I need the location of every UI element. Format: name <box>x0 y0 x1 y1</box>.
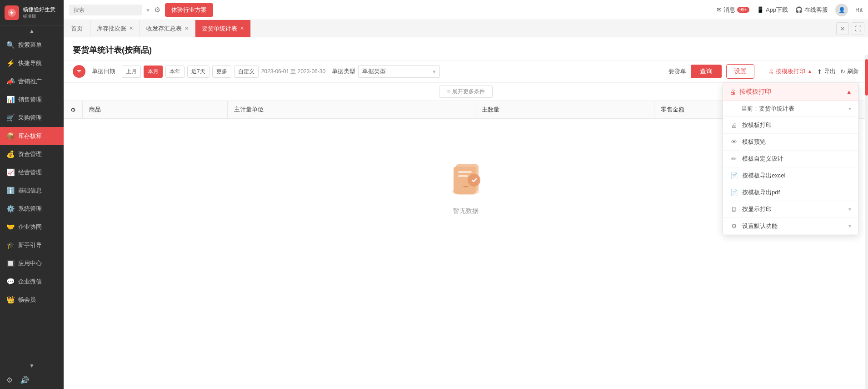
date-btn-last-7[interactable]: 近7天 <box>187 66 210 78</box>
tab-inventory-batch-label: 库存批次账 <box>97 25 126 33</box>
tab-order-stats[interactable]: 要货单统计表 ✕ <box>195 20 251 37</box>
tabs-bar: 首页 库存批次账 ✕ 收发存汇总表 ✕ 要货单统计表 ✕ ✕ ⛶ <box>64 20 868 37</box>
scrollbar-thumb[interactable] <box>865 59 868 96</box>
tab-order-stats-close[interactable]: ✕ <box>240 25 244 31</box>
sidebar-item-label: 基础信息 <box>18 187 42 195</box>
sound-icon[interactable]: 🔊 <box>20 376 29 384</box>
inventory-icon: 📦 <box>6 132 15 140</box>
dropdown-item-export-pdf[interactable]: 📄 按模板导出pdf <box>723 184 858 201</box>
sidebar-item-sales[interactable]: 📊 销售管理 <box>0 91 64 109</box>
filter-expand-btn[interactable] <box>73 65 85 78</box>
set-default-chevron: ▾ <box>848 223 851 229</box>
date-btn-this-year[interactable]: 本年 <box>165 66 185 78</box>
tab-inventory-batch-close[interactable]: ✕ <box>129 25 133 31</box>
expand-more-button[interactable]: ≡ 展开更多条件 <box>439 86 492 98</box>
tabs-maximize-btn[interactable]: ⛶ <box>852 22 864 35</box>
sidebar-item-sys-mgmt[interactable]: ⚙️ 系统管理 <box>0 200 64 218</box>
sidebar-item-inventory[interactable]: 📦 库存核算 <box>0 127 64 145</box>
sidebar-item-basic-info[interactable]: ℹ️ 基础信息 <box>0 182 64 200</box>
sidebar-item-label: 资金管理 <box>18 150 42 158</box>
dropdown-item-export-excel-label: 按模板导出excel <box>742 172 785 180</box>
tab-home[interactable]: 首页 <box>64 20 90 37</box>
right-scrollbar[interactable] <box>865 55 868 389</box>
user-avatar-btn[interactable]: 👤 <box>835 4 848 16</box>
app-download-btn[interactable]: 📱 App下载 <box>757 6 788 14</box>
doc-type-select[interactable]: 单据类型 ▾ <box>358 65 440 78</box>
sidebar-item-quick-nav[interactable]: ⚡ 快捷导航 <box>0 54 64 72</box>
topbar-gear-icon[interactable]: ⚙ <box>154 5 160 14</box>
template-print-chevron: ▲ <box>807 68 813 75</box>
date-btn-this-month[interactable]: 本月 <box>144 66 163 78</box>
dropdown-section-set-default-left: ⚙ 设置默认功能 <box>730 222 778 230</box>
tabs-close-all-btn[interactable]: ✕ <box>836 22 849 35</box>
date-btn-custom[interactable]: 自定义 <box>234 66 259 78</box>
messages-btn[interactable]: ✉ 消息 99+ <box>717 6 749 14</box>
sales-icon: 📊 <box>6 96 15 104</box>
app-download-icon: 📱 <box>757 6 764 13</box>
set-default-label: 设置默认功能 <box>742 222 778 230</box>
app-center-icon: 🔲 <box>6 259 15 268</box>
col-checkbox: ⚙ <box>64 101 83 119</box>
tab-receivable-summary[interactable]: 收发存汇总表 ✕ <box>140 20 195 37</box>
tab-inventory-batch[interactable]: 库存批次账 ✕ <box>90 20 140 37</box>
date-btn-more[interactable]: 更多 <box>212 66 231 78</box>
operations-icon: 📈 <box>6 168 15 177</box>
sidebar-item-fund[interactable]: 💰 资金管理 <box>0 145 64 163</box>
sidebar-item-label: 销售管理 <box>18 96 42 104</box>
sidebar-item-app-center[interactable]: 🔲 应用中心 <box>0 254 64 273</box>
sidebar-item-label: 搜索菜单 <box>18 41 42 49</box>
dropdown-print-icon: 🖨 <box>729 88 736 96</box>
tab-order-stats-label: 要货单统计表 <box>202 25 237 33</box>
sidebar-item-member[interactable]: 👑 畅会员 <box>0 291 64 309</box>
dropdown-current-template[interactable]: 当前：要货单统计表 ▾ <box>723 101 858 117</box>
new-guide-icon: 🎓 <box>6 241 15 249</box>
dropdown-item-export-pdf-label: 按模板导出pdf <box>742 188 780 197</box>
trial-button[interactable]: 体验行业方案 <box>165 3 213 17</box>
topbar-dropdown-icon[interactable]: ▾ <box>146 6 150 14</box>
dropdown-collapse-icon[interactable]: ▲ <box>846 88 852 96</box>
dropdown-item-template-preview[interactable]: 👁 模板预览 <box>723 134 858 151</box>
doc-type-chevron-icon: ▾ <box>433 68 436 75</box>
tab-home-label: 首页 <box>71 25 83 33</box>
settings-col-icon[interactable]: ⚙ <box>70 106 76 113</box>
settings-button[interactable]: 设置 <box>726 64 754 79</box>
sidebar-scroll-down[interactable]: ▼ <box>0 361 64 371</box>
template-print-button[interactable]: 🖨 按模板打印 ▲ <box>768 67 813 76</box>
sidebar-item-search-menu[interactable]: 🔍 搜索菜单 <box>0 36 64 54</box>
dropdown-section-set-default[interactable]: ⚙ 设置默认功能 ▾ <box>723 218 858 235</box>
dropdown-item-excel-icon: 📄 <box>730 172 738 179</box>
content-area: 要货单统计表(按商品) 单据日期 上月 本月 本年 近7天 更多 自定义 <box>64 37 868 389</box>
set-default-icon: ⚙ <box>730 222 738 230</box>
search-input[interactable] <box>69 5 142 15</box>
sidebar-item-label: 库存核算 <box>18 132 42 140</box>
settings-icon[interactable]: ⚙ <box>6 376 13 384</box>
sidebar-item-enterprise-wechat[interactable]: 💬 企业微信 <box>0 273 64 291</box>
dropdown-item-template-preview-label: 模板预览 <box>742 138 766 146</box>
order-type-label: 要货单 <box>668 67 686 76</box>
date-btn-last-month[interactable]: 上月 <box>122 66 141 78</box>
dropdown-item-custom-icon: ✏ <box>730 155 738 162</box>
refresh-button[interactable]: ↻ 刷新 <box>840 67 859 76</box>
tab-receivable-summary-close[interactable]: ✕ <box>185 25 189 31</box>
page-level-actions: 🖨 按模板打印 ▲ ⬆ 导出 ↻ 刷新 <box>768 67 859 76</box>
page-header: 要货单统计表(按商品) <box>64 37 868 60</box>
svg-text:✦: ✦ <box>9 10 14 16</box>
username: Rit <box>855 6 863 13</box>
dropdown-section-display-print[interactable]: 🖥 按显示打印 ▾ <box>723 201 858 218</box>
query-button[interactable]: 查询 <box>691 65 722 78</box>
sidebar-item-enterprise-collab[interactable]: 🤝 企业协同 <box>0 218 64 236</box>
dropdown-item-template-print[interactable]: 🖨 按模板打印 <box>723 117 858 134</box>
svg-rect-6 <box>458 175 468 177</box>
sidebar-item-label: 新手引导 <box>18 241 42 249</box>
dropdown-item-template-custom[interactable]: ✏ 模板自定义设计 <box>723 151 858 167</box>
sidebar-item-marketing[interactable]: 📣 营销推广 <box>0 72 64 91</box>
dropdown-item-export-excel[interactable]: 📄 按模板导出excel <box>723 167 858 184</box>
export-button[interactable]: ⬆ 导出 <box>817 67 836 76</box>
sidebar-item-operations[interactable]: 📈 经营管理 <box>0 163 64 182</box>
online-service-btn[interactable]: 🎧 在线客服 <box>795 6 828 14</box>
sidebar-scroll-up[interactable]: ▲ <box>0 26 64 36</box>
doc-type-value: 单据类型 <box>362 67 386 76</box>
sidebar-item-purchase[interactable]: 🛒 采购管理 <box>0 109 64 127</box>
sidebar-item-new-guide[interactable]: 🎓 新手引导 <box>0 236 64 254</box>
message-icon: ✉ <box>717 6 722 13</box>
